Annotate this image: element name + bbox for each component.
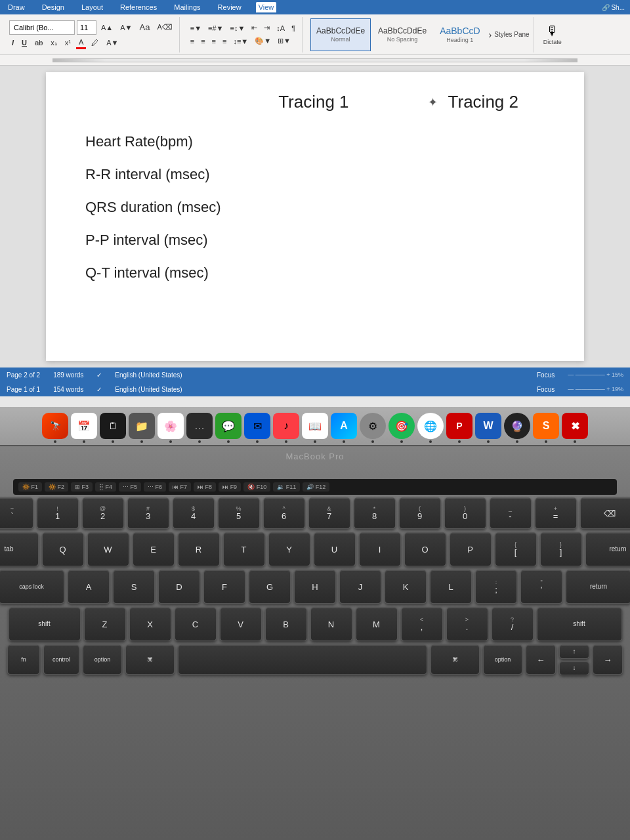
dock-item-mail[interactable]: ✉ [244, 413, 270, 439]
key-left[interactable]: ← [526, 644, 556, 675]
dock-item-close[interactable]: ✖ [562, 413, 588, 439]
dock-item-spotify[interactable]: 🎯 [388, 413, 415, 439]
tb-prev-icon[interactable]: ⏮ F7 [169, 482, 191, 492]
dictate-button[interactable]: 🎙 Dictate [538, 24, 567, 45]
key-ctrl[interactable]: control [43, 644, 79, 675]
key-down[interactable]: ↓ [559, 661, 589, 675]
key-3[interactable]: #3 [127, 497, 169, 529]
dock-item-word[interactable]: W [475, 413, 501, 439]
dock-item-appstore[interactable]: A [331, 413, 357, 439]
key-comma[interactable]: <, [401, 607, 443, 641]
focus-button2[interactable]: Focus [537, 386, 555, 393]
key-q[interactable]: Q [42, 532, 84, 566]
dock-item-sublime[interactable]: S [533, 413, 559, 439]
key-option[interactable]: option [83, 644, 122, 675]
key-z[interactable]: Z [84, 607, 126, 641]
key-rbracket[interactable]: }] [540, 532, 582, 566]
key-b[interactable]: B [265, 607, 307, 641]
subscript-button[interactable]: x₁ [48, 37, 60, 49]
key-r[interactable]: R [178, 532, 220, 566]
key-o[interactable]: O [404, 532, 446, 566]
tb-brightness-icon[interactable]: 🔆 F1 [18, 482, 42, 492]
key-d[interactable]: D [158, 570, 200, 604]
shading-button[interactable]: 🎨▼ [252, 35, 274, 47]
key-a[interactable]: A [68, 570, 110, 604]
key-j[interactable]: J [339, 570, 381, 604]
multilevel-button[interactable]: ≡↕▼ [227, 23, 247, 33]
tab-draw[interactable]: Draw [5, 2, 28, 12]
indent-more-button[interactable]: ⇥ [261, 22, 272, 33]
tab-mailings[interactable]: Mailings [171, 2, 203, 12]
tab-references[interactable]: References [117, 2, 159, 12]
key-slash[interactable]: ?/ [492, 607, 534, 641]
tb-mute-icon[interactable]: 🔇 F10 [243, 482, 270, 492]
key-capslock[interactable]: caps lock [0, 570, 64, 604]
dock-item-photos[interactable]: 🌸 [158, 413, 184, 439]
focus-button[interactable]: Focus [537, 371, 555, 379]
key-space[interactable] [178, 644, 427, 675]
dock-item-pdf[interactable]: P [446, 413, 472, 439]
clear-format-button[interactable]: A⌫ [154, 22, 175, 33]
key-tab[interactable]: tab [0, 532, 39, 566]
tb-volup-icon[interactable]: 🔊 F12 [303, 482, 329, 492]
key-v[interactable]: V [220, 607, 262, 641]
style-nospacing[interactable]: AaBbCcDdEe No Spacing [372, 18, 432, 51]
key-t[interactable]: T [223, 532, 265, 566]
dock-item-more[interactable]: … [186, 413, 213, 439]
key-1[interactable]: !1 [37, 497, 79, 529]
key-up[interactable]: ↑ [559, 644, 589, 659]
key-x[interactable]: X [129, 607, 171, 641]
dock-item-messages[interactable]: 💬 [215, 413, 242, 439]
dock-item-system[interactable]: ⚙ [360, 413, 386, 439]
key-semicolon[interactable]: :; [475, 570, 517, 604]
key-shift-right[interactable]: shift [537, 607, 622, 641]
superscript-button[interactable]: x¹ [62, 37, 74, 48]
key-6[interactable]: ^6 [263, 497, 305, 529]
align-left-button[interactable]: ≡ [188, 36, 197, 47]
tb-f5-icon[interactable]: ⋯ F5 [119, 482, 141, 492]
case-button[interactable]: Aa [136, 21, 152, 33]
key-w[interactable]: W [87, 532, 129, 566]
tab-view[interactable]: View [256, 2, 277, 12]
dock-item-notes[interactable]: 🗒 [100, 413, 126, 439]
key-shift-left[interactable]: shift [9, 607, 81, 641]
key-4[interactable]: $4 [173, 497, 215, 529]
key-equals[interactable]: += [535, 497, 577, 529]
style-normal[interactable]: AaBbCcDdEe Normal [310, 18, 371, 51]
tb-next-icon[interactable]: ⏭ F9 [219, 482, 241, 492]
show-para-button[interactable]: ¶ [289, 23, 298, 33]
tb-playpause-icon[interactable]: ⏭ F8 [194, 482, 216, 492]
key-s[interactable]: S [113, 570, 155, 604]
key-tilde[interactable]: ~` [0, 497, 33, 529]
key-i[interactable]: I [359, 532, 401, 566]
tab-review[interactable]: Review [215, 2, 244, 12]
dock-item-calendar[interactable]: 📅 [71, 413, 97, 439]
tb-launchpad-icon[interactable]: ⣿ F4 [95, 482, 116, 492]
key-8[interactable]: *8 [354, 497, 396, 529]
font-color2-button[interactable]: A▼ [104, 37, 121, 48]
key-9[interactable]: (9 [399, 497, 441, 529]
key-right[interactable]: → [593, 644, 623, 675]
style-heading1[interactable]: AaBbCcD Heading 1 [434, 18, 486, 51]
indent-less-button[interactable]: ⇤ [249, 22, 260, 33]
key-fn[interactable]: fn [7, 644, 40, 675]
tab-design[interactable]: Design [39, 2, 67, 12]
dock-item-books[interactable]: 📖 [302, 413, 328, 439]
key-e[interactable]: E [133, 532, 175, 566]
key-m[interactable]: M [356, 607, 398, 641]
key-cmd-right[interactable]: ⌘ [430, 644, 480, 675]
tb-mission-icon[interactable]: ⊞ F3 [71, 482, 93, 492]
key-return[interactable]: return [585, 532, 631, 566]
font-size-input[interactable] [77, 20, 96, 35]
dock-item-chrome[interactable]: 🌐 [417, 413, 444, 439]
dock-item-app2[interactable]: 🔮 [504, 413, 530, 439]
grow-font-button[interactable]: A▲ [98, 22, 116, 33]
key-h[interactable]: H [294, 570, 336, 604]
bullets-button[interactable]: ≡▼ [188, 23, 204, 33]
key-n[interactable]: N [310, 607, 352, 641]
tb-voldown-icon[interactable]: 🔉 F11 [273, 482, 300, 492]
numbering-button[interactable]: ≡#▼ [205, 23, 226, 33]
key-quote[interactable]: "' [520, 570, 562, 604]
justify-button[interactable]: ≡ [220, 36, 229, 47]
tb-f6-icon[interactable]: ⋯ F6 [144, 482, 166, 492]
